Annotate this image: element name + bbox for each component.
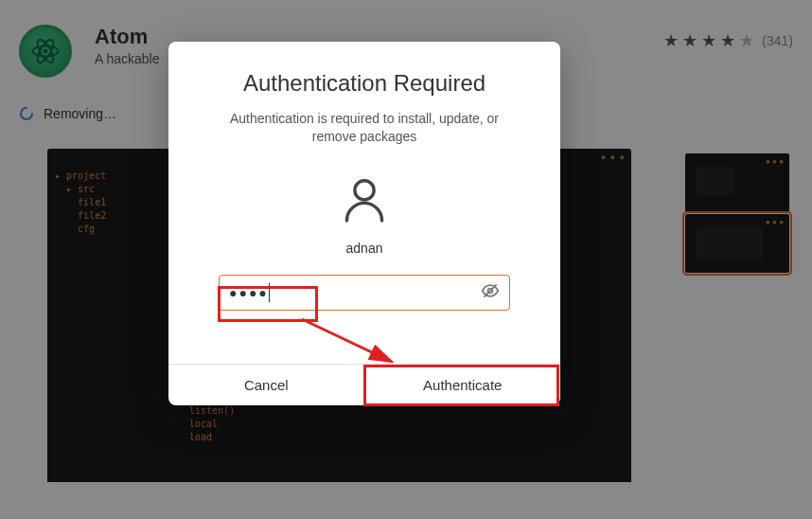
dialog-username: adnan [346,241,383,256]
dialog-title: Authentication Required [243,70,485,97]
cancel-button[interactable]: Cancel [168,365,365,405]
svg-point-4 [355,181,374,200]
app-window: Atom A hackable ★ ★ ★ ★ ★ (341) Removing… [0,0,812,519]
auth-dialog: Authentication Required Authentication i… [168,42,560,405]
password-input[interactable]: ●●●● [219,275,510,311]
user-icon [339,174,390,229]
show-password-icon[interactable] [481,281,500,304]
dialog-message: Authentication is required to install, u… [213,110,516,146]
authenticate-button[interactable]: Authenticate [365,365,561,405]
password-dots: ●●●● [229,285,269,300]
dialog-button-row: Cancel Authenticate [168,364,560,405]
text-cursor [269,283,270,302]
